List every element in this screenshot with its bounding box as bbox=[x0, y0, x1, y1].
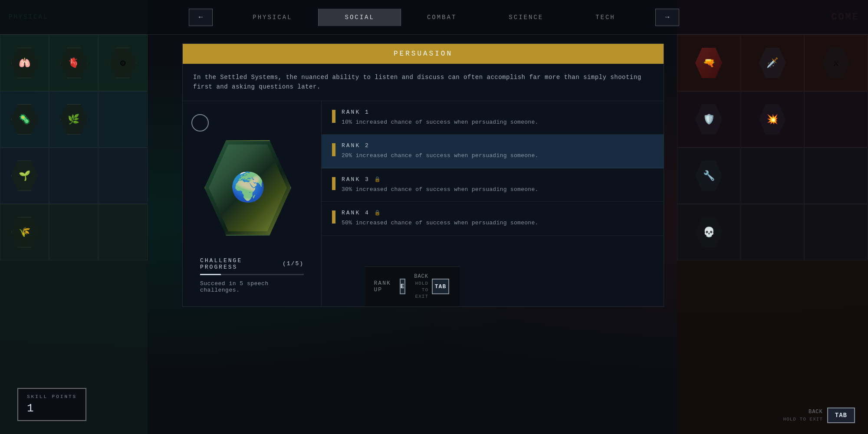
rank-2-content: RANK 2 20% increased chance of success w… bbox=[342, 142, 653, 160]
tab-science[interactable]: SCIENCE bbox=[483, 9, 569, 26]
nav-bar: ← PHYSICAL SOCIAL COMBAT SCIENCE TECH → bbox=[0, 0, 868, 35]
bottom-tab-button[interactable]: TAB bbox=[827, 408, 855, 423]
rank-1-desc: 10% increased chance of success when per… bbox=[342, 118, 653, 127]
skill-hex-icon: 💥 bbox=[759, 104, 786, 135]
rank-3-desc: 30% increased chance of success when per… bbox=[342, 185, 653, 194]
left-skill-cell-empty bbox=[49, 204, 98, 260]
rank-4-content: RANK 4 🔒 50% increased chance of success… bbox=[342, 210, 653, 227]
skill-icon-section: 🌍 CHALLENGE PROGRESS (1/5) Succeed in 5 … bbox=[183, 101, 322, 306]
challenge-header: CHALLENGE PROGRESS (1/5) bbox=[200, 257, 304, 270]
left-skill-cell[interactable]: 🌱 bbox=[0, 148, 49, 204]
rank-4-lock-icon: 🔒 bbox=[374, 210, 382, 216]
right-skill-row-2: 🛡️ 💥 bbox=[677, 91, 868, 148]
skill-badge-inner: 🌍 bbox=[209, 145, 287, 231]
tab-tech[interactable]: TECH bbox=[569, 9, 641, 26]
rank-1-item: RANK 1 10% increased chance of success w… bbox=[322, 101, 664, 135]
left-skill-row-2: 🦠 🌿 bbox=[0, 91, 148, 148]
bottom-back-text: BACK HOLD TO EXIT bbox=[783, 408, 823, 423]
skill-hex-icon: 🦠 bbox=[11, 104, 38, 135]
nav-tabs: PHYSICAL SOCIAL COMBAT SCIENCE TECH bbox=[239, 9, 629, 26]
tab-combat[interactable]: COMBAT bbox=[401, 9, 483, 26]
skill-hex-icon: 🛡️ bbox=[695, 104, 722, 135]
skill-hex-icon: 🔧 bbox=[695, 161, 722, 191]
rank-3-label: RANK 3 🔒 bbox=[342, 176, 653, 183]
skill-hex-icon: ⚙️ bbox=[109, 48, 136, 78]
left-sidebar: PHYSICAL 🫁 🫀 ⚙️ 🦠 🌿 bbox=[0, 0, 148, 434]
back-label: BACK HOLD TO EXIT bbox=[414, 273, 428, 300]
right-skill-row-4: 💀 bbox=[677, 204, 868, 260]
rank-2-label: RANK 2 bbox=[342, 142, 653, 149]
skill-hex-icon: 🫀 bbox=[60, 48, 87, 78]
right-skill-cell-empty bbox=[804, 204, 868, 260]
skill-hex-icon: ⚔️ bbox=[822, 48, 849, 78]
back-key-button[interactable]: TAB bbox=[432, 279, 449, 294]
right-skill-cell-empty bbox=[804, 148, 868, 204]
rank-4-item: RANK 4 🔒 50% increased chance of success… bbox=[322, 202, 664, 236]
left-skill-cell[interactable]: 🌾 bbox=[0, 204, 49, 260]
rank-up-key[interactable]: E bbox=[400, 279, 405, 294]
right-skill-cell-empty bbox=[804, 91, 868, 148]
tab-physical[interactable]: PHYSICAL bbox=[227, 9, 318, 26]
right-skill-cell[interactable]: ⚔️ bbox=[804, 35, 868, 91]
right-skill-cell-empty bbox=[741, 148, 804, 204]
right-arrow-icon: → bbox=[665, 13, 670, 21]
skill-points-box: SKILL POINTS 1 bbox=[17, 388, 86, 421]
left-skill-cell[interactable]: ⚙️ bbox=[99, 35, 148, 91]
skill-description: In the Settled Systems, the nuanced abil… bbox=[183, 64, 664, 101]
skill-hex-icon: 🌾 bbox=[11, 217, 38, 247]
left-skill-cell[interactable]: 🫀 bbox=[49, 35, 98, 91]
left-skill-row-4: 🌾 bbox=[0, 204, 148, 260]
left-skill-row-1: 🫁 🫀 ⚙️ bbox=[0, 35, 148, 91]
action-bar: RANK UP E BACK HOLD TO EXIT TAB bbox=[365, 266, 460, 306]
left-skill-cell[interactable]: 🫁 bbox=[0, 35, 49, 91]
bottom-right-back: BACK HOLD TO EXIT TAB bbox=[783, 408, 855, 423]
right-skill-cell[interactable]: 🗡️ bbox=[741, 35, 804, 91]
nav-prev-button[interactable]: ← bbox=[189, 9, 213, 26]
skill-title-bar: PERSUASION bbox=[183, 44, 664, 64]
rank-4-desc: 50% increased chance of success when per… bbox=[342, 219, 653, 227]
right-skill-row-1: 🔫 🗡️ ⚔️ bbox=[677, 35, 868, 91]
skill-detail-panel: PERSUASION In the Settled Systems, the n… bbox=[182, 43, 664, 307]
challenge-count: (1/5) bbox=[283, 260, 304, 267]
right-skill-cell-empty bbox=[741, 204, 804, 260]
challenge-title: CHALLENGE PROGRESS bbox=[200, 257, 283, 270]
right-skill-cell[interactable]: 🔫 bbox=[677, 35, 740, 91]
right-skill-cell[interactable]: 💀 bbox=[677, 204, 740, 260]
right-sidebar: COME 🔫 🗡️ ⚔️ 🛡️ 💥 bbox=[677, 0, 868, 434]
left-skill-cell-empty bbox=[99, 91, 148, 148]
rank-1-label: RANK 1 bbox=[342, 109, 653, 115]
rank-3-indicator bbox=[332, 177, 335, 190]
skill-hex-icon: 🔫 bbox=[695, 48, 722, 78]
tab-social[interactable]: SOCIAL bbox=[318, 9, 401, 26]
rank-4-label: RANK 4 🔒 bbox=[342, 210, 653, 216]
rank-2-desc: 20% increased chance of success when per… bbox=[342, 151, 653, 160]
skill-points-label: SKILL POINTS bbox=[27, 394, 77, 399]
left-skill-cell-empty bbox=[49, 148, 98, 204]
right-skill-cell[interactable]: 🛡️ bbox=[677, 91, 740, 148]
right-skill-cell[interactable]: 🔧 bbox=[677, 148, 740, 204]
skill-badge: 🌍 bbox=[204, 140, 291, 236]
right-skill-cell[interactable]: 💥 bbox=[741, 91, 804, 148]
skill-hex-icon: 🫁 bbox=[11, 48, 38, 78]
skill-hex-icon: 🗡️ bbox=[759, 48, 786, 78]
nav-next-button[interactable]: → bbox=[655, 9, 679, 26]
rank-2-indicator bbox=[332, 143, 335, 156]
right-skill-row-3: 🔧 bbox=[677, 148, 868, 204]
left-skill-cell[interactable]: 🦠 bbox=[0, 91, 49, 148]
skill-hex-icon: 🌿 bbox=[60, 104, 87, 135]
rank-toggle-circle[interactable] bbox=[191, 114, 209, 132]
challenge-bar bbox=[200, 274, 304, 275]
rank-4-indicator bbox=[332, 210, 335, 224]
left-skill-row-3: 🌱 bbox=[0, 148, 148, 204]
left-skill-cell-empty bbox=[99, 148, 148, 204]
skill-hex-icon: 🌱 bbox=[11, 161, 38, 191]
rank-2-item: RANK 2 20% increased chance of success w… bbox=[322, 135, 664, 168]
left-skill-cell[interactable]: 🌿 bbox=[49, 91, 98, 148]
challenge-section: CHALLENGE PROGRESS (1/5) Succeed in 5 sp… bbox=[191, 249, 312, 298]
back-group: BACK HOLD TO EXIT TAB bbox=[414, 273, 449, 300]
skill-title: PERSUASION bbox=[394, 50, 453, 58]
rank-3-content: RANK 3 🔒 30% increased chance of success… bbox=[342, 176, 653, 194]
rank-3-lock-icon: 🔒 bbox=[374, 176, 382, 183]
left-arrow-icon: ← bbox=[199, 13, 203, 21]
rank-3-item: RANK 3 🔒 30% increased chance of success… bbox=[322, 168, 664, 202]
